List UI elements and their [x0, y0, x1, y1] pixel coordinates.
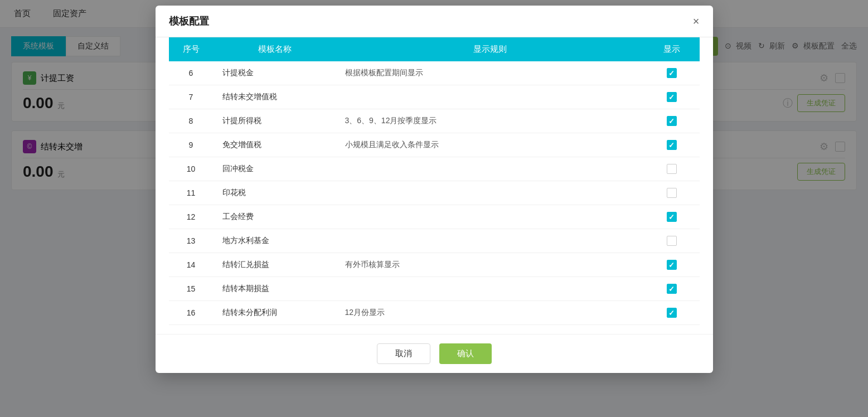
- row-checkbox-13[interactable]: [667, 236, 677, 246]
- row-checkbox-cell: [644, 133, 700, 157]
- row-rule: [336, 157, 644, 181]
- row-checkbox-11[interactable]: [667, 188, 677, 198]
- table-row: 10回冲税金: [169, 157, 700, 181]
- table-row: 7结转未交增值税: [169, 85, 700, 109]
- config-table: 序号 模板名称 显示规则 显示 6计提税金根据模板配置期间显示7结转未交增值税8…: [169, 37, 700, 325]
- dialog-footer: 取消 确认: [156, 334, 713, 373]
- row-name: 印花税: [214, 181, 336, 205]
- row-name: 结转本期损益: [214, 277, 336, 301]
- row-checkbox-cell: [644, 85, 700, 109]
- table-row: 9免交增值税小规模且满足收入条件显示: [169, 133, 700, 157]
- table-body: 6计提税金根据模板配置期间显示7结转未交增值税8计提所得税3、6、9、12月按季…: [169, 61, 700, 325]
- table-row: 11印花税: [169, 181, 700, 205]
- table-row: 15结转本期损益: [169, 277, 700, 301]
- row-checkbox-cell: [644, 109, 700, 133]
- row-checkbox-15[interactable]: [667, 284, 677, 294]
- row-checkbox-cell: [644, 61, 700, 85]
- col-rule: 显示规则: [336, 37, 644, 61]
- row-name: 免交增值税: [214, 133, 336, 157]
- row-rule: 小规模且满足收入条件显示: [336, 133, 644, 157]
- row-rule: [336, 85, 644, 109]
- table-row: 6计提税金根据模板配置期间显示: [169, 61, 700, 85]
- row-checkbox-12[interactable]: [667, 212, 677, 222]
- row-name: 结转未分配利润: [214, 301, 336, 325]
- table-row: 8计提所得税3、6、9、12月按季度显示: [169, 109, 700, 133]
- row-index: 14: [169, 253, 214, 277]
- table-scroll-wrap: 序号 模板名称 显示规则 显示 6计提税金根据模板配置期间显示7结转未交增值税8…: [169, 37, 700, 325]
- row-checkbox-cell: [644, 205, 700, 229]
- row-name: 地方水利基金: [214, 229, 336, 253]
- row-checkbox-7[interactable]: [667, 92, 677, 102]
- row-index: 8: [169, 109, 214, 133]
- table-row: 12工会经费: [169, 205, 700, 229]
- row-checkbox-10[interactable]: [667, 164, 677, 174]
- row-rule: 有外币核算显示: [336, 253, 644, 277]
- col-name: 模板名称: [214, 37, 336, 61]
- row-rule: [336, 277, 644, 301]
- row-checkbox-cell: [644, 157, 700, 181]
- row-checkbox-6[interactable]: [667, 68, 677, 78]
- table-row: 14结转汇兑损益有外币核算显示: [169, 253, 700, 277]
- table-header: 序号 模板名称 显示规则 显示: [169, 37, 700, 61]
- row-rule: [336, 181, 644, 205]
- row-checkbox-14[interactable]: [667, 260, 677, 270]
- row-index: 7: [169, 85, 214, 109]
- row-index: 10: [169, 157, 214, 181]
- table-row: 13地方水利基金: [169, 229, 700, 253]
- row-name: 结转未交增值税: [214, 85, 336, 109]
- row-checkbox-cell: [644, 301, 700, 325]
- cancel-button[interactable]: 取消: [377, 343, 430, 364]
- confirm-button[interactable]: 确认: [439, 343, 492, 364]
- row-index: 6: [169, 61, 214, 85]
- table-row: 16结转未分配利润12月份显示: [169, 301, 700, 325]
- dialog-title: 模板配置: [169, 14, 209, 28]
- row-name: 工会经费: [214, 205, 336, 229]
- row-rule: 3、6、9、12月按季度显示: [336, 109, 644, 133]
- row-checkbox-cell: [644, 253, 700, 277]
- row-name: 计提所得税: [214, 109, 336, 133]
- row-rule: [336, 229, 644, 253]
- dialog-body: 序号 模板名称 显示规则 显示 6计提税金根据模板配置期间显示7结转未交增值税8…: [156, 37, 713, 334]
- dialog-close-button[interactable]: ×: [693, 16, 700, 27]
- row-checkbox-cell: [644, 181, 700, 205]
- row-name: 结转汇兑损益: [214, 253, 336, 277]
- row-index: 9: [169, 133, 214, 157]
- row-name: 计提税金: [214, 61, 336, 85]
- row-checkbox-8[interactable]: [667, 116, 677, 126]
- col-index: 序号: [169, 37, 214, 61]
- row-checkbox-cell: [644, 229, 700, 253]
- row-checkbox-9[interactable]: [667, 140, 677, 150]
- modal-overlay: 模板配置 × 序号 模板名称 显示规则 显示 6计提税金根据模板配置期间显: [0, 0, 868, 417]
- row-index: 13: [169, 229, 214, 253]
- row-name: 回冲税金: [214, 157, 336, 181]
- row-rule: 根据模板配置期间显示: [336, 61, 644, 85]
- col-display: 显示: [644, 37, 700, 61]
- row-checkbox-cell: [644, 277, 700, 301]
- row-index: 15: [169, 277, 214, 301]
- row-index: 12: [169, 205, 214, 229]
- row-rule: [336, 205, 644, 229]
- row-rule: 12月份显示: [336, 301, 644, 325]
- template-config-dialog: 模板配置 × 序号 模板名称 显示规则 显示 6计提税金根据模板配置期间显: [156, 6, 713, 373]
- row-checkbox-16[interactable]: [667, 308, 677, 318]
- row-index: 11: [169, 181, 214, 205]
- row-index: 16: [169, 301, 214, 325]
- dialog-header: 模板配置 ×: [156, 6, 713, 37]
